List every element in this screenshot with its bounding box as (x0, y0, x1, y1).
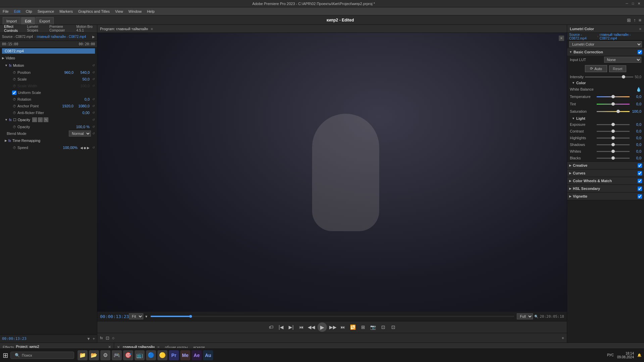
scale-value[interactable]: 50,0 (73, 77, 90, 81)
menu-markers[interactable]: Markers (59, 9, 73, 13)
opacity-draw-icon[interactable]: □ (32, 117, 37, 122)
blacks-slider[interactable] (597, 158, 630, 159)
start-button[interactable]: ⊞ (3, 351, 8, 359)
saturation-slider[interactable] (597, 111, 630, 112)
vignette-toggle[interactable] (638, 194, 642, 199)
color-subsection-header[interactable]: ▼ Color (567, 80, 644, 86)
anchor-reset[interactable]: ↺ (92, 104, 95, 108)
motion-reset[interactable]: ↺ (92, 64, 95, 67)
opacity-value[interactable]: 100,0 % (73, 125, 90, 129)
ec-add-icon[interactable]: + (93, 337, 95, 341)
full-selector[interactable]: Full (517, 313, 533, 319)
tab-motion-bro[interactable]: Motion Bro 4.5.1 (74, 25, 96, 33)
taskbar-explorer[interactable]: 📂 (89, 350, 99, 360)
menu-help[interactable]: Help (147, 9, 155, 13)
fit-selector[interactable]: Fit (129, 313, 143, 319)
zoom-icon[interactable]: 🔍 (534, 315, 538, 318)
add-marker-btn[interactable]: 🏷 (267, 323, 275, 331)
temperature-slider[interactable] (597, 96, 630, 97)
multi-cam-btn[interactable]: ⊡ (379, 323, 387, 331)
fit-dropdown[interactable]: ▼ (145, 315, 148, 318)
light-subsection-header[interactable]: ▼ Light (567, 115, 644, 121)
taskbar-au[interactable]: Au (203, 350, 213, 360)
tab-import[interactable]: Import (3, 17, 20, 24)
hsl-secondary-header[interactable]: ▶ HSL Secondary (567, 185, 644, 192)
go-prev-btn[interactable]: ◀◀ (307, 323, 315, 331)
camera-btn[interactable]: 📷 (369, 323, 377, 331)
tab-effect-controls[interactable]: Effect Controls (1, 25, 23, 33)
taskbar-premiere[interactable]: Pr (169, 350, 179, 360)
time-remapping-header[interactable]: ▶ fx Time Remapping (0, 137, 97, 144)
settings-btn[interactable]: + (561, 335, 564, 341)
rotation-value[interactable]: 0,0 (73, 97, 90, 101)
taskbar-system[interactable]: ⚙ (100, 350, 110, 360)
tint-slider[interactable] (597, 104, 630, 105)
taskbar-files[interactable]: 📁 (78, 350, 88, 360)
rotation-stopwatch[interactable]: ⏱ (13, 98, 16, 101)
contrast-slider[interactable] (597, 131, 630, 132)
creative-toggle[interactable] (638, 163, 642, 168)
curves-toggle[interactable] (638, 171, 642, 175)
insert-btn[interactable]: ⊡ (389, 323, 397, 331)
speed-prev[interactable]: ◀ (80, 146, 83, 150)
anti-flicker-value[interactable]: 0,00 (73, 111, 90, 115)
taskbar-steam[interactable]: 🎯 (123, 350, 133, 360)
taskbar-language[interactable]: РУС (607, 353, 614, 357)
settings-icon[interactable]: ≡ (639, 17, 641, 23)
exposure-slider[interactable] (597, 124, 630, 125)
play-btn[interactable]: ▶ (317, 322, 327, 332)
motion-group-header[interactable]: ▼ fx Motion ↺ (0, 62, 97, 69)
opacity-value-reset[interactable]: ↺ (92, 125, 95, 128)
speed-stopwatch[interactable]: ⏱ (13, 146, 16, 150)
vignette-header[interactable]: ▶ Vignette (567, 193, 644, 200)
position-reset[interactable]: ↺ (92, 71, 95, 74)
tab-lumetri-scopes[interactable]: Lumetri Scopes (24, 25, 45, 33)
taskbar-notifications[interactable]: 🔔 (637, 353, 641, 357)
speed-keyframe[interactable]: ◆ (84, 146, 86, 150)
maximize-button[interactable]: □ (631, 1, 635, 6)
anchor-y[interactable]: 1080,0 (76, 104, 90, 108)
speed-next[interactable]: ▶ (87, 146, 90, 150)
video-group-header[interactable]: ▶ Video (0, 54, 97, 62)
basic-correction-toggle[interactable] (638, 50, 642, 54)
scale-reset[interactable]: ↺ (92, 77, 95, 81)
anchor-x[interactable]: 1920,0 (57, 104, 73, 108)
hsl-secondary-toggle[interactable] (638, 187, 642, 191)
rotation-reset[interactable]: ↺ (92, 98, 95, 101)
expand-icon[interactable]: ▶ (92, 35, 95, 39)
go-to-in-btn[interactable]: ⏮ (297, 323, 305, 331)
opacity-group-header[interactable]: ▼ fx ☐ Opacity □ ○ ✎ ↺ (0, 116, 97, 123)
step-forward-btn[interactable]: ▶| (287, 323, 295, 331)
lumetri-menu[interactable]: ≡ (639, 27, 641, 31)
compare-btn[interactable]: ⊡ (106, 335, 109, 341)
step-back-btn[interactable]: |◀ (277, 323, 285, 331)
taskbar-media-encoder[interactable]: Me (180, 350, 190, 360)
taskbar-app8[interactable]: 🟡 (157, 350, 167, 360)
taskbar-app7[interactable]: 🔵 (146, 350, 156, 360)
search-bar-taskbar[interactable]: 🔍 Поиск (10, 352, 74, 359)
loop-btn[interactable]: 🔁 (349, 323, 357, 331)
speed-value[interactable]: 100,00% (61, 146, 78, 150)
layout-icon[interactable]: ⊞ (627, 17, 631, 23)
tab-export[interactable]: Export (36, 17, 54, 24)
anti-flicker-reset[interactable]: ↺ (92, 111, 95, 114)
lumetri-dropdown[interactable]: Lumetri Color (569, 41, 642, 47)
tab-premiere-composer[interactable]: Premiere Composer (47, 25, 72, 33)
color-wheels-toggle[interactable] (638, 179, 642, 183)
go-to-out-btn[interactable]: ⏭ (339, 323, 347, 331)
position-stopwatch[interactable]: ⏱ (13, 71, 16, 74)
color-wheels-header[interactable]: ▶ Color Wheels & Match (567, 177, 644, 185)
reset-button[interactable]: Reset (609, 65, 626, 72)
close-button[interactable]: ✕ (637, 1, 641, 6)
share-icon[interactable]: ↑ (634, 17, 636, 23)
anchor-stopwatch[interactable]: ⏱ (13, 104, 16, 108)
opacity-pen-icon[interactable]: ✎ (44, 117, 48, 122)
position-y[interactable]: 540,0 (76, 70, 90, 74)
taskbar-ae[interactable]: Ae (192, 350, 202, 360)
speed-reset[interactable]: ↺ (92, 146, 95, 149)
safe-margins-btn[interactable]: ⊞ (359, 323, 367, 331)
position-x[interactable]: 960,0 (57, 70, 73, 74)
anti-flicker-stopwatch[interactable]: ⏱ (13, 111, 16, 115)
intensity-slider[interactable] (585, 76, 633, 77)
monitor-close[interactable]: ✕ (559, 36, 564, 41)
